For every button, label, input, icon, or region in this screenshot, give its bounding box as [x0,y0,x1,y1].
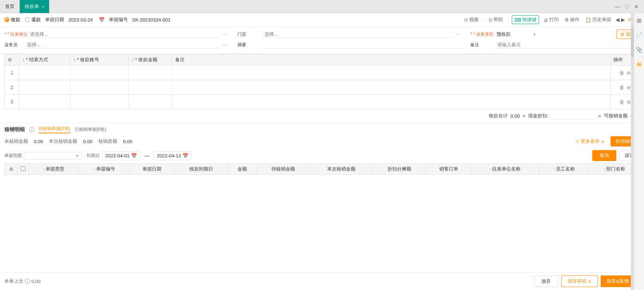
due-date-label: 到期日 [87,153,100,159]
business-type-dropdown-icon[interactable]: ▼ [533,32,536,36]
summary-input[interactable] [262,41,463,48]
tab-receipt-close[interactable]: × [42,4,44,9]
row-3-settle[interactable] [19,95,70,109]
counterpart-input[interactable] [28,31,220,38]
scroll-thumb[interactable] [631,28,634,57]
verify-title: 核销明细 [4,126,25,133]
col-amount-label: * 收款金额 [135,57,157,62]
due-date-to[interactable]: 2022-04-12 📅 [154,151,192,160]
bt-col-doc-no: ↕ 单据编号 [79,164,129,175]
row-3-remark[interactable] [172,95,610,109]
pending-tab[interactable]: 待核销单据(0笔) [39,126,70,133]
shortcut-icon: ⌨ [514,17,521,23]
table-settings-gear-icon[interactable]: ⚙ [8,57,12,63]
tab-home[interactable]: 首页 [0,0,20,13]
print-label: 打印 [549,16,559,23]
bt-col-sales-order: 销售订单 [426,164,471,175]
discount-input[interactable] [551,112,595,119]
calendar-icon[interactable]: 📅 [99,17,105,23]
row-2-amount[interactable] [129,80,172,95]
row-1-settle[interactable] [19,66,70,80]
top-toolbar: 收款 退款 单据日期 2023-03-24 📅 单据编号 SK-20230324… [0,13,644,27]
col-account-label: * 收款账号 [77,57,99,62]
note-input[interactable] [495,41,640,48]
maximize-button[interactable]: □ [624,3,630,10]
bt-current-verify-label: 本次核销金额 [327,166,356,172]
shop-input[interactable] [262,31,453,38]
sidebar-doc-icon[interactable]: 📄 [635,31,644,39]
note-field: 备注 [470,41,640,48]
minimize-button[interactable]: — [614,3,621,10]
shop-field: 门店 ··· [237,31,463,38]
current-verify-value: 0.00 [83,139,92,144]
staff-input[interactable] [25,41,220,48]
bt-col-amount: 金额 [228,164,256,175]
row-3-copy-icon[interactable]: ⊕ [627,99,631,105]
bt-sort-icon-4: ↕ [553,167,556,171]
row-1-remark[interactable] [172,66,610,80]
help-button[interactable]: ⊙ 帮助 [487,16,504,24]
query-button[interactable]: 查询 [592,150,616,161]
verify-table: ⚙ ↕ 单据类型 ↕ 单据编号 [4,163,640,175]
counterpart-more-icon[interactable]: ··· [223,31,227,37]
row-1-account[interactable] [70,66,129,80]
summary-field: 摘要 [237,41,463,48]
due-date-from[interactable]: 2022-04-01 📅 [102,151,140,160]
sidebar-ai-icon[interactable]: Ai [635,60,644,68]
sidebar-table-icon[interactable]: ⊞ [635,16,644,25]
bt-doc-type-label: 单据类型 [46,166,64,172]
number-label: 单据编号 [109,16,128,23]
bt-due-date-label: 收款到期日 [189,166,213,172]
nav-next-icon[interactable]: ▶ [621,17,625,23]
bt-settings-gear-icon[interactable]: ⚙ [9,166,13,172]
video-label: 视频 [469,16,479,23]
help-icon: ⊙ [488,17,492,23]
row-2-delete-icon[interactable]: 🗑 [619,85,624,90]
bt-col-checkbox [18,164,29,175]
diff-label: 核销差额 [98,138,117,145]
history-icon: 📋 [585,17,591,23]
shop-more-icon[interactable]: ··· [456,31,460,37]
bt-col-discount: 折扣分摊额 [372,164,426,175]
row-1-amount[interactable] [129,66,172,80]
verify-info-icon[interactable]: i [29,127,34,132]
staff-label: 业务员 [4,42,22,48]
video-button[interactable]: ⊙ 视频 [463,16,480,24]
row-3-amount[interactable] [129,95,172,109]
prev-info-icon[interactable]: i [25,279,30,284]
close-button[interactable]: ✕ [633,3,640,10]
scrollbar[interactable] [631,13,634,290]
history-label: 历史单据 [592,16,611,23]
discard-button[interactable]: 放弃 [534,275,558,287]
col-settings-header: ⚙ [5,54,19,66]
more-filter-button[interactable]: ▽ 更多条件 ∧ [576,138,605,145]
bottom-table-container: ⚙ ↕ 单据类型 ↕ 单据编号 [4,163,640,272]
receipt-radio[interactable]: 收款 [4,16,20,23]
done-tab[interactable]: 已核销单据(0笔) [75,126,106,133]
bt-dept-label: 部门名称 [606,166,625,172]
staff-more-icon[interactable]: ··· [223,42,227,48]
draft-button[interactable]: 保存草稿 ∧ [561,275,598,287]
nav-prev-icon[interactable]: ◀ [616,17,620,23]
row-1-delete-icon[interactable]: 🗑 [619,70,624,76]
filter-icon: ▽ [576,139,579,144]
operation-button[interactable]: ⚙ 操作 [563,16,581,24]
print-button[interactable]: 🖨 打印 [542,16,560,24]
row-1-copy-icon[interactable]: ⊕ [627,70,631,76]
row-2-account[interactable] [70,80,129,95]
row-2-copy-icon[interactable]: ⊕ [627,85,631,90]
history-button[interactable]: 📋 历史单据 [584,16,613,24]
range-filter-select[interactable]: ▼ [24,152,82,160]
row-2-remark[interactable] [172,80,610,95]
col-settle-label: * 结算方式 [26,57,48,62]
sidebar-attach-icon[interactable]: 📎 [635,45,644,54]
row-2-settle[interactable] [19,80,70,95]
refund-radio[interactable]: 退款 [25,16,41,23]
row-3-delete-icon[interactable]: 🗑 [619,99,624,105]
row-3-account[interactable] [70,95,129,109]
counterpart-field: * 往来单位 ··· [4,31,230,38]
bt-amount-label: 金额 [237,166,247,172]
tab-receipt[interactable]: 收款单 × [20,0,49,13]
shortcut-button[interactable]: ⌨ 快捷键 [512,15,539,24]
bt-select-all-checkbox[interactable] [21,166,25,171]
